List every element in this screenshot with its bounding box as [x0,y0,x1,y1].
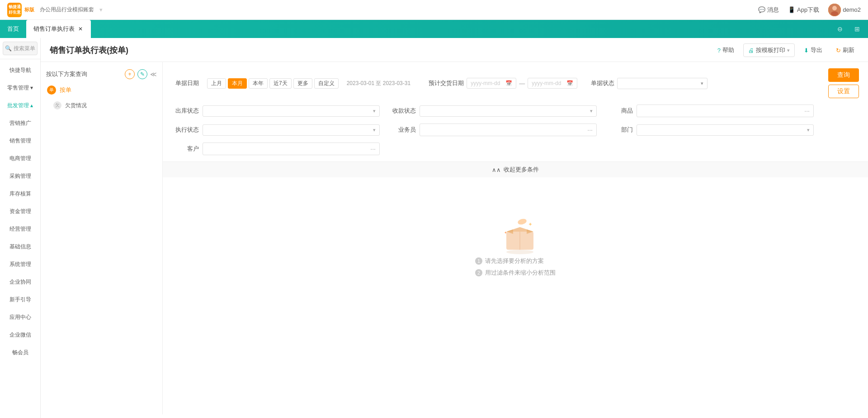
phone-icon: 📱 [788,6,795,13]
sidebar-item-system[interactable]: 系统管理 [2,256,38,273]
app-title: 办公用品行业模拟账套 [40,6,94,14]
product-label: 商品 [606,107,633,115]
status-select[interactable]: ▾ [617,78,708,89]
tab-home[interactable]: 首页 [0,20,26,38]
sidebar-item-shortcut[interactable]: 快捷导航 [2,62,38,79]
filter-product: 商品 ··· [606,104,814,117]
calendar-icon-to: 📅 [566,80,573,86]
svg-point-1 [832,6,837,10]
sidebar-item-ecommerce[interactable]: 电商管理 [2,150,38,167]
receive-label: 收款状态 [389,107,416,115]
filter-receive: 收款状态 ▾ [389,104,597,117]
salesman-select[interactable]: ··· [420,124,597,136]
message-btn[interactable]: 💬 消息 [758,6,779,14]
sidebar-item-weixin[interactable]: 企业微信 [2,327,38,343]
tip-item-2: 2 用过滤条件来缩小分析范围 [475,269,556,277]
filter-dept: 部门 ▾ [606,124,814,136]
left-panel-header: 按以下方案查询 + ✎ ≪ [41,66,162,82]
collapse-panel-btn[interactable]: ≪ [150,71,157,78]
export-btn[interactable]: ⬇ 导出 [799,44,827,57]
help-btn[interactable]: ? 帮助 [713,44,739,57]
sidebar-item-sales[interactable]: 销售管理 [2,133,38,149]
out-stock-select[interactable]: ▾ [203,105,380,117]
search-menu-btn[interactable]: 🔍 搜索菜单 [3,42,38,55]
sidebar-item-basic[interactable]: 基础信息 [2,238,38,255]
settings-btn[interactable]: 设置 [828,85,859,98]
status-group: 单据状态 ▾ [591,78,708,89]
query-btn[interactable]: 查询 [828,68,859,82]
dept-select[interactable]: ▾ [637,124,814,136]
forecast-date-to-input[interactable]: yyyy-mm-dd 📅 [528,78,577,89]
svg-point-2 [831,11,838,16]
date-btn-7days[interactable]: 近7天 [269,78,292,89]
action-btns: 查询 设置 [828,68,859,98]
salesman-label: 业务员 [389,126,416,134]
date-range-area: 2023-03-01 至 2023-03-31 [347,80,410,87]
customer-select[interactable]: ··· [203,142,380,155]
main-content: 销售订单执行表(按单) ? 帮助 🖨 按模板打印 ▾ ⬇ 导出 ↻ 刷新 [41,38,868,418]
filter-date-row: 单据日期 上月 本月 本年 近7天 更多 自定义 2023-03-01 至 20… [163,62,868,98]
plan-item-single[interactable]: 单 按单 [41,82,162,98]
sidebar: 🔍 搜索菜单 快捷导航 零售管理 ▾ 批发管理 ▴ 营销推广 销售管理 电商管理… [0,38,41,418]
filter-exec-status: 执行状态 ▾ [172,124,380,136]
sidebar-item-member[interactable]: 畅会员 [2,344,38,361]
calendar-icon-from: 📅 [505,80,512,86]
date-btn-more[interactable]: 更多 [293,78,312,89]
sidebar-item-enterprise[interactable]: 企业协同 [2,274,38,290]
sub-item-debt[interactable]: 欠 欠货情况 [41,98,162,113]
top-bar: 畅捷通好生意 标版 办公用品行业模拟账套 ▾ 💬 消息 📱 App下载 demo… [0,0,868,20]
product-select[interactable]: ··· [637,104,814,117]
user-avatar [828,4,841,16]
sidebar-nav: 快捷导航 零售管理 ▾ 批发管理 ▴ 营销推广 销售管理 电商管理 采购管理 库… [0,59,40,364]
page-header: 销售订单执行表(按单) ? 帮助 🖨 按模板打印 ▾ ⬇ 导出 ↻ 刷新 [41,38,868,62]
date-separator: — [519,80,525,87]
tip-text-2: 用过滤条件来缩小分析范围 [485,269,556,277]
date-btn-this-year[interactable]: 本年 [249,78,268,89]
dept-label: 部门 [606,126,633,134]
refresh-btn[interactable]: ↻ 刷新 [831,44,859,57]
exec-status-select[interactable]: ▾ [203,124,380,136]
sidebar-item-marketing[interactable]: 营销推广 [2,115,38,132]
plan-label-single: 按单 [60,86,71,94]
sub-dot-debt: 欠 [53,101,61,109]
logo-area: 畅捷通好生意 标版 [7,3,34,17]
export-icon: ⬇ [804,47,809,54]
add-plan-btn[interactable]: + [125,69,135,79]
sidebar-item-inventory[interactable]: 库存核算 [2,185,38,202]
tab-sales-order[interactable]: 销售订单执行表 ✕ [26,20,91,38]
print-btn[interactable]: 🖨 按模板打印 ▾ [743,43,795,57]
tab-expand-btn[interactable]: ⊞ [851,23,863,35]
filter-area: 单据日期 上月 本月 本年 近7天 更多 自定义 2023-03-01 至 20… [163,62,868,177]
sidebar-item-purchase[interactable]: 采购管理 [2,168,38,185]
customer-dots: ··· [370,145,376,152]
page-title: 销售订单执行表(按单) [50,45,128,56]
exec-status-chevron: ▾ [373,127,376,133]
tab-close-icon[interactable]: ✕ [77,26,84,32]
sidebar-item-wholesale[interactable]: 批发管理 ▴ [2,97,38,114]
logo-icon: 畅捷通好生意 [7,3,22,17]
edit-plan-btn[interactable]: ✎ [137,69,147,79]
receive-chevron: ▾ [590,108,593,114]
receive-select[interactable]: ▾ [420,105,597,117]
sidebar-item-newuser[interactable]: 新手引导 [2,291,38,308]
user-menu[interactable]: demo2 [828,4,861,16]
sidebar-item-appstore[interactable]: 应用中心 [2,309,38,326]
forecast-date-from-input[interactable]: yyyy-mm-dd 📅 [467,78,516,89]
app-download-btn[interactable]: 📱 App下载 [788,6,819,14]
collapse-more-btn[interactable]: ∧∧ 收起更多条件 [163,162,868,177]
date-btn-this-month[interactable]: 本月 [228,78,247,89]
page-container: 销售订单执行表(按单) ? 帮助 🖨 按模板打印 ▾ ⬇ 导出 ↻ 刷新 [41,38,868,418]
date-btn-custom[interactable]: 自定义 [314,78,339,89]
tab-minimize-btn[interactable]: ⊖ [834,23,846,35]
print-dropdown-icon[interactable]: ▾ [787,48,790,53]
left-panel-label: 按以下方案查询 [46,70,87,78]
sidebar-item-operations[interactable]: 经营管理 [2,221,38,238]
forecast-from-placeholder: yyyy-mm-dd [471,80,500,86]
plan-dot-single: 单 [47,86,56,95]
sidebar-item-finance[interactable]: 资金管理 [2,203,38,220]
collapse-more-label: 收起更多条件 [504,166,539,174]
date-btn-last-month[interactable]: 上月 [207,78,226,89]
sidebar-item-retail[interactable]: 零售管理 ▾ [2,80,38,96]
sidebar-search-area: 🔍 搜索菜单 [0,38,40,59]
dropdown-arrow-icon[interactable]: ▾ [99,6,103,13]
